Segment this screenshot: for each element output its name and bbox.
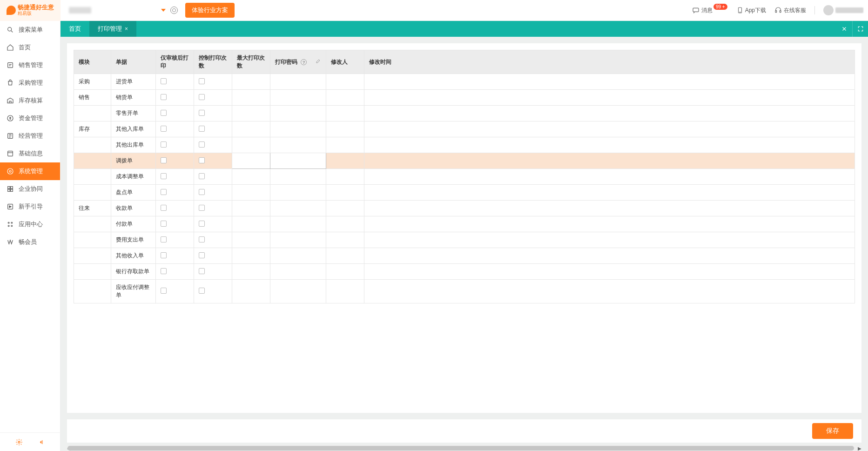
tab-print-management[interactable]: 打印管理 × [89,21,136,37]
table-row: 应收应付调整单 [74,280,855,303]
sidebar: 搜索菜单首页销售管理采购管理库存核算资金管理经营管理基础信息系统管理企业协同新手… [0,21,61,451]
app-download-link[interactable]: App下载 [737,7,766,14]
cell-control-count [194,232,232,248]
sidebar-item-6[interactable]: 经营管理 [0,127,60,145]
sidebar-item-3[interactable]: 采购管理 [0,74,60,92]
checkbox[interactable] [161,205,167,211]
checkbox[interactable] [199,189,205,195]
checkbox[interactable] [199,268,205,274]
checkbox[interactable] [161,268,167,274]
checkbox[interactable] [161,141,167,148]
sidebar-settings-icon[interactable] [15,438,23,446]
checkbox[interactable] [161,78,167,84]
cell-max-count[interactable] [232,153,270,169]
checkbox[interactable] [199,141,205,148]
checkbox[interactable] [199,173,205,179]
topbar: 畅捷通好生意 精易版 体验行业方案 消息 99 + App下载 [0,0,868,21]
cell-print-pwd[interactable] [270,153,326,169]
checkbox[interactable] [161,173,167,179]
cell-modify-time [364,201,855,216]
sidebar-item-11[interactable]: 应用中心 [0,215,60,233]
sidebar-item-label: 企业协同 [19,185,43,193]
cell-control-count [194,169,232,185]
sidebar-item-12[interactable]: 畅会员 [0,233,60,251]
cell-module [74,169,111,185]
checkbox[interactable] [161,126,167,132]
sidebar-item-0[interactable]: 搜索菜单 [0,21,60,39]
sidebar-item-5[interactable]: 资金管理 [0,109,60,127]
svg-point-11 [7,168,13,174]
sidebar-footer [0,432,60,451]
cell-modifier [326,280,364,303]
user-menu[interactable] [823,5,863,15]
scroll-thumb[interactable] [67,446,854,451]
edit-column-icon[interactable] [316,58,321,64]
checkbox[interactable] [161,110,167,116]
cell-doc: 收款单 [111,201,156,216]
close-icon[interactable]: × [125,26,128,32]
sidebar-item-2[interactable]: 销售管理 [0,56,60,74]
help-icon[interactable]: ? [301,59,307,65]
sidebar-collapse-icon[interactable] [37,439,45,445]
table-row: 往来收款单 [74,201,855,216]
cell-print-pwd [270,280,326,303]
checkbox[interactable] [161,252,167,258]
cell-max-count [232,121,270,137]
cell-print-pwd [270,264,326,280]
save-button[interactable]: 保存 [812,423,853,439]
cell-control-count [194,216,232,232]
checkbox[interactable] [199,252,205,258]
horizontal-scrollbar[interactable]: ◀ ▶ [67,445,861,451]
checkbox[interactable] [161,236,167,242]
cell-audit-print [156,90,194,106]
checkbox[interactable] [199,205,205,211]
checkbox[interactable] [161,157,167,163]
checkbox[interactable] [161,288,167,294]
brand-logo[interactable]: 畅捷通好生意 精易版 [0,0,61,21]
checkbox[interactable] [199,236,205,242]
cell-modifier [326,201,364,216]
sidebar-item-label: 首页 [19,43,31,52]
cell-max-count [232,106,270,121]
checkbox[interactable] [161,189,167,195]
cell-audit-print [156,264,194,280]
online-service-link[interactable]: 在线客服 [774,7,806,14]
checkbox[interactable] [161,94,167,100]
chat-icon [692,7,700,14]
sidebar-item-8[interactable]: 系统管理 [0,162,60,180]
fullscreen-button[interactable] [852,21,868,37]
checkbox[interactable] [199,78,205,84]
checkbox[interactable] [199,221,205,227]
sales-icon [7,61,14,69]
sidebar-item-10[interactable]: 新手引导 [0,198,60,215]
cell-modify-time [364,185,855,201]
checkbox[interactable] [199,288,205,294]
checkbox[interactable] [161,221,167,227]
org-settings-icon[interactable] [170,7,178,14]
table-row: 采购进货单 [74,74,855,90]
cell-module [74,248,111,264]
tab-home[interactable]: 首页 [61,21,89,37]
tryout-button[interactable]: 体验行业方案 [185,3,235,18]
sidebar-item-9[interactable]: 企业协同 [0,180,60,198]
cell-audit-print [156,74,194,90]
headset-icon [774,7,782,14]
messages-link[interactable]: 消息 99 + [692,7,728,14]
sidebar-item-1[interactable]: 首页 [0,39,60,56]
checkbox[interactable] [199,110,205,116]
cell-module: 库存 [74,121,111,137]
checkbox[interactable] [199,157,205,163]
cell-max-count [232,264,270,280]
fund-icon [7,114,14,122]
org-selector[interactable] [69,7,166,13]
checkbox[interactable] [199,126,205,132]
cell-max-count [232,90,270,106]
sidebar-item-7[interactable]: 基础信息 [0,145,60,162]
cell-doc: 零售开单 [111,106,156,121]
brand-name: 畅捷通好生意 [18,4,54,10]
sidebar-item-4[interactable]: 库存核算 [0,92,60,109]
checkbox[interactable] [199,94,205,100]
table-row: 销售销货单 [74,90,855,106]
tab-close-all-button[interactable] [836,21,852,37]
scroll-right-icon[interactable]: ▶ [857,445,862,451]
